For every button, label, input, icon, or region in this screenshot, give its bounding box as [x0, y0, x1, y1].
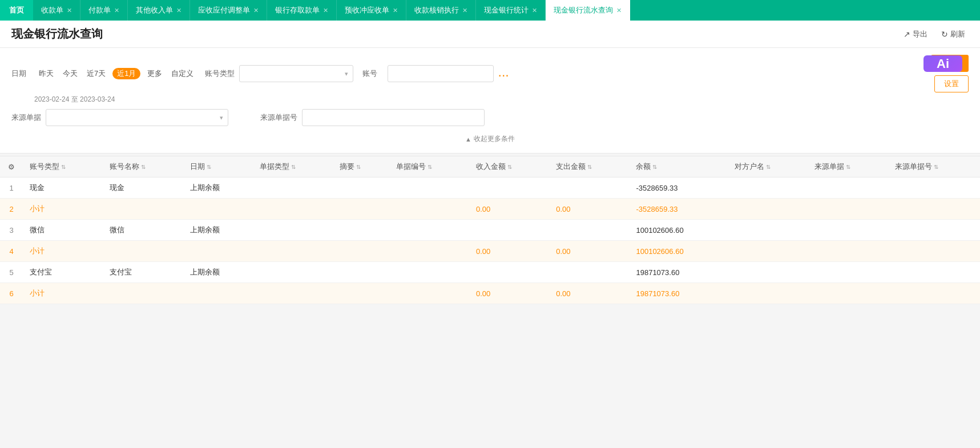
date-shortcut-1month[interactable]: 近1月: [112, 68, 140, 79]
sort-icon: ⇅: [934, 164, 938, 170]
cell-balance: -3528659.33: [629, 177, 728, 199]
collapse-bar[interactable]: ▲ 收起更多条件: [11, 132, 969, 148]
cell-voucher-type: [253, 283, 333, 304]
cell-account-name: 微信: [103, 220, 183, 241]
close-icon[interactable]: ✕: [114, 7, 119, 14]
cell-voucher-type: [253, 220, 333, 241]
close-icon[interactable]: ✕: [176, 7, 182, 14]
cell-account-name: 支付宝: [103, 262, 183, 283]
cell-income: [469, 262, 549, 283]
nav-item-ar-ap-adjust[interactable]: 应收应付调整单✕: [190, 0, 267, 21]
cell-income: 0.00: [469, 241, 549, 262]
settings-button[interactable]: 设置: [934, 75, 969, 92]
page-title: 现金银行流水查询: [11, 26, 103, 42]
nav-item-verify-exec[interactable]: 收款核销执行✕: [406, 0, 476, 21]
cell-row-num: 1: [0, 177, 23, 199]
cell-balance: 100102606.60: [629, 220, 728, 241]
ai-badge[interactable]: Ai: [923, 55, 962, 72]
table-row: 6小计0.000.0019871073.60: [0, 283, 980, 304]
close-icon[interactable]: ✕: [253, 7, 259, 14]
close-icon[interactable]: ✕: [462, 7, 467, 14]
date-shortcut-yesterday[interactable]: 昨天: [37, 68, 56, 79]
nav-item-receipts[interactable]: 收款单✕: [33, 0, 80, 21]
close-icon[interactable]: ✕: [393, 7, 398, 14]
nav-item-prepaid-offset[interactable]: 预收冲应收单✕: [337, 0, 406, 21]
cell-balance: 19871073.60: [629, 283, 728, 304]
col-header-counterpart[interactable]: 对方户名⇅: [728, 156, 808, 177]
table-container: ⚙账号类型⇅账号名称⇅日期⇅单据类型⇅摘要⇅单据编号⇅收入金额⇅支出金额⇅余额⇅…: [0, 156, 980, 304]
nav-item-payments[interactable]: 付款单✕: [80, 0, 128, 21]
cell-date: [183, 241, 253, 262]
cell-balance: -3528659.33: [629, 199, 728, 220]
sort-icon: ⇅: [507, 164, 512, 170]
source-voucher-select[interactable]: ▾: [46, 109, 228, 126]
close-icon[interactable]: ✕: [532, 7, 537, 14]
close-icon[interactable]: ✕: [67, 7, 72, 14]
table-row: 1现金现金上期余额-3528659.33: [0, 177, 980, 199]
source-voucher-no-group: 来源单据号: [260, 109, 485, 126]
table-row: 5支付宝支付宝上期余额19871073.60: [0, 262, 980, 283]
col-header-voucher_type[interactable]: 单据类型⇅: [253, 156, 333, 177]
col-header-voucher_no[interactable]: 单据编号⇅: [389, 156, 469, 177]
date-filter-group: 日期 昨天今天近7天近1月更多自定义: [11, 68, 196, 79]
date-shortcut-7days[interactable]: 近7天: [84, 68, 108, 79]
date-shortcut-today[interactable]: 今天: [61, 68, 80, 79]
col-header-expense[interactable]: 支出金额⇅: [549, 156, 629, 177]
cell-source-voucher-no: [888, 241, 980, 262]
date-shortcut-more[interactable]: 更多: [145, 68, 164, 79]
cell-summary: [333, 220, 389, 241]
col-header-account_type[interactable]: 账号类型⇅: [23, 156, 103, 177]
cell-expense: 0.00: [549, 283, 629, 304]
sort-icon: ⇅: [291, 164, 296, 170]
nav-item-other-income[interactable]: 其他收入单✕: [128, 0, 190, 21]
cell-source-voucher: [808, 220, 888, 241]
filter-area: 日期 昨天今天近7天近1月更多自定义 账号类型 ▾ 账号 ... 查询 设置 2…: [0, 48, 980, 154]
cell-expense: [549, 262, 629, 283]
cell-voucher-type: [253, 177, 333, 199]
cell-counterpart: [728, 262, 808, 283]
cell-date: [183, 199, 253, 220]
nav-item-cash-bank-stat[interactable]: 现金银行统计✕: [476, 0, 546, 21]
nav-item-cash-bank-flow[interactable]: 现金银行流水查询✕: [546, 0, 630, 21]
nav-item-bank-deposit[interactable]: 银行存取款单✕: [267, 0, 337, 21]
account-group: 账号 ...: [362, 65, 509, 82]
col-header-account_name[interactable]: 账号名称⇅: [103, 156, 183, 177]
col-header-summary[interactable]: 摘要⇅: [333, 156, 389, 177]
cell-source-voucher: [808, 262, 888, 283]
close-icon[interactable]: ✕: [616, 7, 622, 14]
account-type-select[interactable]: ▾: [239, 65, 353, 82]
cell-voucher-no: [389, 283, 469, 304]
sort-icon: ⇅: [207, 164, 211, 170]
account-input[interactable]: [388, 65, 494, 82]
cell-balance: 19871073.60: [629, 262, 728, 283]
cell-account-type: 现金: [23, 177, 103, 199]
col-header-balance[interactable]: 余额⇅: [629, 156, 728, 177]
nav-home[interactable]: 首页: [0, 0, 33, 21]
col-header-source_voucher[interactable]: 来源单据⇅: [808, 156, 888, 177]
date-shortcut-custom[interactable]: 自定义: [169, 68, 196, 79]
source-voucher-no-input[interactable]: [302, 109, 485, 126]
cell-row-num: 4: [0, 241, 23, 262]
cell-income: [469, 177, 549, 199]
close-icon[interactable]: ✕: [323, 7, 328, 14]
cell-account-type: 支付宝: [23, 262, 103, 283]
sort-icon: ⇅: [141, 164, 146, 170]
cell-source-voucher-no: [888, 220, 980, 241]
account-dots-button[interactable]: ...: [498, 68, 509, 79]
table-settings-icon[interactable]: ⚙: [8, 163, 15, 171]
source-voucher-dropdown-icon: ▾: [220, 114, 223, 122]
col-header-source_voucher_no[interactable]: 来源单据号⇅: [888, 156, 980, 177]
cell-source-voucher: [808, 199, 888, 220]
table-row: 3微信微信上期余额100102606.60: [0, 220, 980, 241]
cell-voucher-no: [389, 199, 469, 220]
cell-account-name: [103, 283, 183, 304]
cell-summary: [333, 177, 389, 199]
col-header-income[interactable]: 收入金额⇅: [469, 156, 549, 177]
cell-account-type: 微信: [23, 220, 103, 241]
export-button[interactable]: ↗ 导出: [900, 27, 931, 42]
col-header-date[interactable]: 日期⇅: [183, 156, 253, 177]
cell-row-num: 3: [0, 220, 23, 241]
refresh-button[interactable]: ↻ 刷新: [938, 27, 969, 42]
cell-voucher-no: [389, 177, 469, 199]
cell-row-num: 6: [0, 283, 23, 304]
